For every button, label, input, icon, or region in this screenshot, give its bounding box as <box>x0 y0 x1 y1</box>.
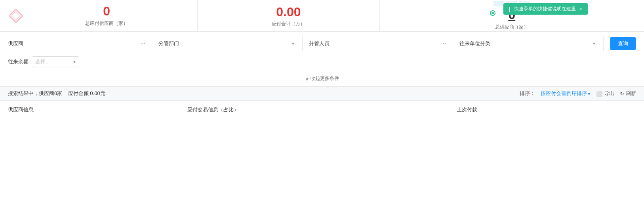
unit-class-arrow: ▾ <box>593 41 595 46</box>
supplier-label: 供应商 <box>8 40 23 47</box>
stat-total-suppliers: 快速录单的快捷键说明在这里 × 0 总供应商（家） <box>380 0 644 31</box>
diamond-icon <box>8 8 24 24</box>
unit-class-label: 往来单位分类 <box>459 40 490 47</box>
result-actions: 排序： 按应付会额倒序排序 ▾ ⬜ 导出 ↻ 刷新 <box>520 90 636 97</box>
tooltip-close-btn[interactable]: × <box>579 6 582 12</box>
export-btn[interactable]: ⬜ 导出 <box>596 90 614 97</box>
stats-bar: 0 总应付供应商（家） 0.00 应付合计（万） 快速录单的快捷键说明在这里 ×… <box>0 0 644 32</box>
supplier-input[interactable] <box>27 38 139 49</box>
filter-balance: 往来余额 选择... ▾ <box>8 55 86 69</box>
filter-manager: 分管人员 ··· <box>303 36 453 51</box>
result-info: 搜索结果中，供应商0家 应付金额 0.00元 <box>8 90 105 97</box>
result-suppliers-text: 搜索结果中，供应商0家 <box>8 90 62 96</box>
collapse-label: 收起更多条件 <box>311 75 339 82</box>
table-col2-header: 应付交易信息（占比） <box>187 106 457 113</box>
result-amount-text: 应付金额 0.00元 <box>68 90 105 96</box>
export-icon: ⬜ <box>596 91 602 97</box>
filter-unit-class: 往来单位分类 ▾ <box>453 36 604 51</box>
piggy-icon <box>278 4 298 4</box>
stat-payable-suppliers-number: 0 <box>103 4 110 18</box>
manager-text-input[interactable] <box>334 40 438 46</box>
svg-rect-0 <box>9 9 23 23</box>
filter-supplier: 供应商 ··· <box>8 36 152 51</box>
stat-total-suppliers-label: 总供应商（家） <box>495 24 528 31</box>
sort-value-btn[interactable]: 按应付会额倒序排序 ▾ <box>541 90 591 97</box>
filter-department: 分管部门 ▾ <box>152 36 303 51</box>
collapse-icon: ∧ <box>305 76 309 82</box>
department-arrow: ▾ <box>292 41 294 46</box>
stat-payable-total: 0.00 应付合计（万） <box>198 0 379 31</box>
stat-total-payable-suppliers: 0 总应付供应商（家） <box>0 0 198 31</box>
sort-value-text: 按应付会额倒序排序 <box>541 90 587 97</box>
tooltip-bubble: 快速录单的快捷键说明在这里 × <box>503 3 588 15</box>
manager-input[interactable] <box>333 38 440 49</box>
filter-row-2: 往来余额 选择... ▾ <box>8 55 636 73</box>
refresh-btn[interactable]: ↻ 刷新 <box>620 90 636 97</box>
balance-select[interactable]: 选择... ▾ <box>32 56 79 67</box>
manager-label: 分管人员 <box>309 40 330 47</box>
table-body <box>0 119 644 204</box>
export-label: 导出 <box>604 90 614 97</box>
manager-dots[interactable]: ··· <box>441 40 446 47</box>
balance-placeholder: 选择... <box>35 58 50 65</box>
filter-row-1: 供应商 ··· 分管部门 ▾ 分管人员 ··· 往来单位分类 <box>8 36 636 51</box>
sort-arrow-icon: ▾ <box>588 91 591 97</box>
stat-payable-total-number: 0.00 <box>276 5 301 19</box>
collapse-button[interactable]: ∧ 收起更多条件 <box>305 75 339 82</box>
stat-payable-total-label: 应付合计（万） <box>272 21 305 27</box>
filter-area: 供应商 ··· 分管部门 ▾ 分管人员 ··· 往来单位分类 <box>0 32 644 86</box>
department-select[interactable]: ▾ <box>182 38 296 49</box>
query-button[interactable]: 查询 <box>610 37 636 50</box>
supplier-text-input[interactable] <box>28 40 137 46</box>
balance-arrow: ▾ <box>73 59 76 65</box>
result-bar: 搜索结果中，供应商0家 应付金额 0.00元 排序： 按应付会额倒序排序 ▾ ⬜… <box>0 86 644 101</box>
unit-class-select[interactable]: ▾ <box>493 38 597 49</box>
tooltip-text: 快速录单的快捷键说明在这里 <box>514 6 576 12</box>
tooltip-dot <box>491 11 495 15</box>
stat-payable-suppliers-label: 总应付供应商（家） <box>85 20 128 27</box>
collapse-row: ∧ 收起更多条件 <box>8 73 636 86</box>
balance-label: 往来余额 <box>8 58 29 65</box>
refresh-icon: ↻ <box>620 91 624 97</box>
sort-label: 排序： <box>520 90 535 97</box>
table-header: 供应商信息 应付交易信息（占比） 上次付款 <box>0 101 644 119</box>
table-col1-header: 供应商信息 <box>8 106 187 113</box>
department-label: 分管部门 <box>158 40 179 47</box>
table-col3-header: 上次付款 <box>457 106 636 113</box>
refresh-label: 刷新 <box>626 90 636 97</box>
supplier-dots[interactable]: ··· <box>140 40 145 47</box>
